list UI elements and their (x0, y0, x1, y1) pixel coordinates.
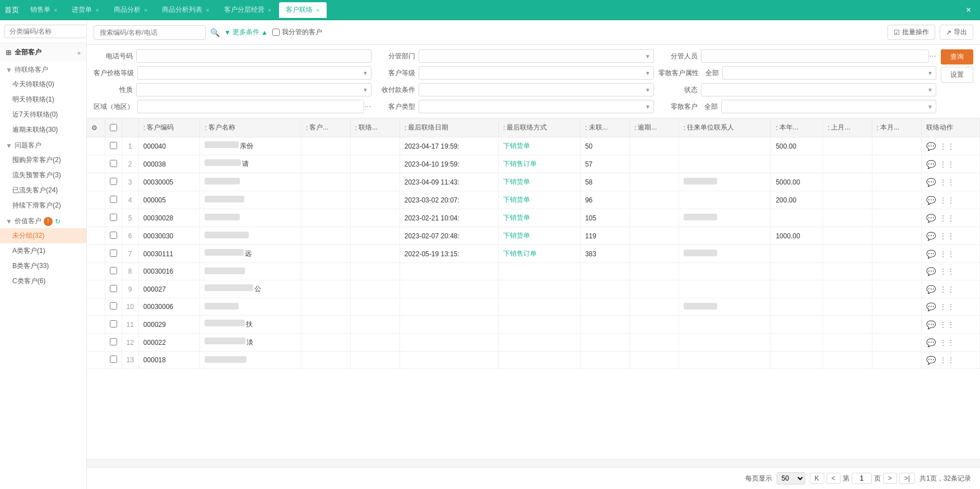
group-value-customers[interactable]: ▼ 价值客户 ! ↻ (0, 213, 86, 228)
sidebar-item-overdue[interactable]: 逾期未联络(30) (0, 122, 86, 137)
tab-analysis-list[interactable]: 商品分析列表 × (155, 2, 216, 18)
chat-icon[interactable]: 💬 (926, 338, 936, 347)
tab-close-purchase[interactable]: × (95, 7, 99, 13)
region-input[interactable] (137, 100, 364, 113)
all-customers-header[interactable]: ⊞ 全部客户 « (0, 43, 86, 62)
more-action-icon[interactable]: ⋮⋮ (939, 214, 955, 223)
chat-icon[interactable]: 💬 (926, 196, 936, 205)
more-action-icon[interactable]: ⋮⋮ (939, 320, 955, 329)
query-button[interactable]: 查询 (941, 49, 973, 64)
contact-method-link[interactable]: 下销售订单 (503, 250, 537, 257)
sidebar-item-class-b[interactable]: B类客户(33) (0, 259, 86, 274)
contact-method-link[interactable]: 下销货单 (503, 214, 530, 222)
chat-icon[interactable]: 💬 (926, 250, 936, 259)
chat-icon[interactable]: 💬 (926, 214, 936, 223)
phone-input[interactable] (136, 49, 371, 63)
my-customers-check[interactable] (272, 29, 280, 36)
checkbox-cell[interactable] (105, 352, 122, 369)
checkbox-cell[interactable] (105, 245, 122, 263)
tab-purchase[interactable]: 进货单 × (65, 2, 105, 18)
row-checkbox[interactable] (110, 142, 117, 149)
retail-attr-select[interactable] (722, 66, 936, 80)
checkbox-cell[interactable] (105, 334, 122, 352)
contact-method-link[interactable]: 下销货单 (503, 232, 530, 239)
status-select[interactable] (701, 83, 936, 96)
select-all-checkbox[interactable] (110, 124, 117, 131)
retail-customer-select[interactable] (721, 100, 936, 113)
name-col-header[interactable]: : 客户名称 (200, 118, 301, 137)
more-action-icon[interactable]: ⋮⋮ (939, 232, 955, 241)
nature-select[interactable] (136, 83, 371, 96)
contact-col-header[interactable]: : 联络... (350, 118, 400, 137)
unit-contact-col-header[interactable]: : 往来单位联系人 (679, 118, 770, 137)
my-customers-checkbox[interactable]: 我分管的客户 (272, 27, 322, 37)
row-checkbox[interactable] (110, 302, 117, 310)
chat-icon[interactable]: 💬 (926, 232, 936, 241)
sidebar-item-tomorrow[interactable]: 明天待联络(1) (0, 92, 86, 107)
checkbox-cell[interactable] (105, 173, 122, 191)
tab-customer-contact[interactable]: 客户联络 × (279, 2, 326, 18)
row-checkbox[interactable] (110, 250, 117, 257)
more-action-icon[interactable]: ⋮⋮ (939, 285, 955, 294)
manager-dots-icon[interactable]: ··· (929, 51, 936, 61)
contact-method-link[interactable]: 下销货单 (503, 178, 530, 186)
contact-method-link[interactable]: 下销售订单 (503, 160, 537, 168)
last-contact-date-col-header[interactable]: : 最后联络日期 (400, 118, 498, 137)
price-level-select[interactable] (137, 66, 371, 80)
close-window-icon[interactable]: × (962, 5, 976, 15)
row-checkbox[interactable] (110, 178, 117, 185)
row-checkbox[interactable] (110, 196, 117, 203)
last-month-col-header[interactable]: : 上月... (823, 118, 872, 137)
this-year-col-header[interactable]: : 本年... (771, 118, 823, 137)
chat-icon[interactable]: 💬 (926, 160, 936, 169)
customer-type-select[interactable] (419, 100, 654, 113)
tab-close-analysis[interactable]: × (144, 7, 147, 13)
sidebar-item-class-c[interactable]: C类客户(6) (0, 274, 86, 289)
sidebar-item-ungrouped[interactable]: 未分组(32) (0, 228, 86, 243)
checkbox-cell[interactable] (105, 137, 122, 155)
row-checkbox[interactable] (110, 285, 117, 292)
tab-close-customer-tier[interactable]: × (268, 7, 271, 13)
row-checkbox[interactable] (110, 214, 117, 221)
more-conditions-btn[interactable]: ▼ 更多条件 ▲ (224, 27, 268, 37)
chat-icon[interactable]: 💬 (926, 267, 936, 276)
checkbox-cell[interactable] (105, 298, 122, 316)
sidebar-item-churn-warning[interactable]: 流失预警客户(3) (0, 168, 86, 183)
sidebar-item-class-a[interactable]: A类客户(1) (0, 243, 86, 259)
not-contacted-col-header[interactable]: : 未联... (580, 118, 630, 137)
page-number-input[interactable] (852, 473, 872, 484)
next-page-button[interactable]: > (883, 473, 897, 484)
checkbox-cell[interactable] (105, 209, 122, 227)
more-action-icon[interactable]: ⋮⋮ (939, 250, 955, 259)
overdue-col-header[interactable]: : 逾期... (630, 118, 679, 137)
prev-page-button[interactable]: < (826, 473, 840, 484)
batch-ops-button[interactable]: ☑ 批量操作 (888, 25, 935, 40)
chat-icon[interactable]: 💬 (926, 320, 936, 329)
search-input[interactable] (94, 25, 206, 40)
table-scroll-bar[interactable] (87, 459, 980, 467)
dept-select[interactable] (419, 49, 654, 63)
first-page-button[interactable]: K (810, 473, 824, 484)
more-action-icon[interactable]: ⋮⋮ (939, 142, 955, 151)
checkbox-cell[interactable] (105, 155, 122, 173)
more-action-icon[interactable]: ⋮⋮ (939, 196, 955, 205)
region-dots-icon[interactable]: ··· (364, 102, 371, 112)
row-checkbox[interactable] (110, 338, 117, 345)
checkbox-cell[interactable] (105, 280, 122, 298)
search-icon[interactable]: 🔍 (210, 28, 220, 37)
code-col-header[interactable]: : 客户编码 (138, 118, 199, 137)
group-pending-contact[interactable]: ▼ 待联络客户 (0, 62, 86, 77)
tab-close-analysis-list[interactable]: × (206, 7, 209, 13)
row-checkbox[interactable] (110, 232, 117, 239)
checkbox-cell[interactable] (105, 263, 122, 280)
refresh-icon[interactable]: ↻ (55, 218, 61, 225)
more-action-icon[interactable]: ⋮⋮ (939, 160, 955, 169)
reset-button[interactable]: 设置 (941, 67, 973, 83)
checkbox-cell[interactable] (105, 316, 122, 334)
tab-customer-tier[interactable]: 客户分层经营 × (217, 2, 278, 18)
customer-level-select[interactable] (419, 66, 654, 80)
tab-home[interactable]: 首页 (4, 5, 19, 15)
contact-method-link[interactable]: 下销货单 (503, 196, 530, 204)
group-problem-customers[interactable]: ▼ 问题客户 (0, 137, 86, 153)
chat-icon[interactable]: 💬 (926, 356, 936, 365)
